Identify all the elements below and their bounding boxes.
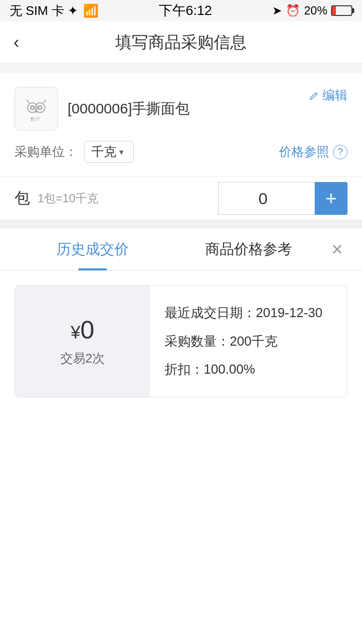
edit-icon (309, 90, 320, 101)
product-section: 数计 [0000006]手撕面包 编辑 采购单位： 千克 ▾ 价格参照 ? (0, 73, 362, 176)
price-currency-symbol: ¥ (71, 322, 81, 342)
quantity-input[interactable] (218, 182, 315, 215)
qty-plus-button[interactable]: + (315, 182, 348, 215)
price-ref-help-icon: ? (333, 145, 348, 159)
product-unit-row: 采购单位： 千克 ▾ 价格参照 ? (14, 141, 348, 163)
status-right: ➤ ⏰ 20% (272, 4, 352, 17)
qty-hint: 1包=10千克 (38, 191, 98, 206)
unit-value: 千克 (91, 143, 116, 160)
status-bar: 无 SIM 卡 ✦ 📶 下午6:12 ➤ ⏰ 20% (0, 0, 362, 21)
purchase-qty-row: 采购数量：200千克 (165, 332, 333, 351)
tab-history-price-label: 历史成交价 (56, 239, 129, 259)
location-icon: ➤ (272, 4, 282, 17)
unit-label: 采购单位： (14, 143, 77, 160)
discount-value: 100.00% (204, 362, 255, 377)
tab-product-price-ref-label: 商品价格参考 (205, 239, 292, 259)
price-card-right: 最近成交日期：2019-12-30 采购数量：200千克 折扣：100.00% (150, 286, 347, 397)
price-card: ¥0 交易2次 最近成交日期：2019-12-30 采购数量：200千克 折扣：… (14, 285, 348, 397)
back-button[interactable]: ‹ (14, 32, 19, 53)
discount-label: 折扣： (165, 362, 204, 377)
product-image: 数计 (14, 87, 58, 130)
price-panel: 历史成交价 商品价格参考 × ¥0 交易2次 最近成交日期：2019-12-30… (0, 228, 362, 412)
section-divider (0, 220, 362, 228)
svg-point-4 (31, 107, 33, 109)
purchase-qty-label: 采购数量： (165, 334, 230, 349)
battery-icon (331, 5, 352, 16)
wifi-icon: 📶 (83, 3, 98, 18)
alarm-icon: ⏰ (286, 4, 300, 17)
svg-point-5 (39, 107, 41, 109)
tab-product-price-ref[interactable]: 商品价格参考 (170, 228, 326, 270)
page-background (0, 412, 362, 644)
edit-label: 编辑 (322, 87, 348, 104)
recent-date-row: 最近成交日期：2019-12-30 (165, 303, 333, 323)
discount-row: 折扣：100.00% (165, 360, 333, 379)
recent-date-label: 最近成交日期： (165, 306, 256, 320)
status-left: 无 SIM 卡 ✦ 📶 (10, 2, 98, 19)
price-amount: ¥0 (71, 315, 95, 344)
price-trades: 交易2次 (60, 350, 105, 367)
product-name: [0000006]手撕面包 (68, 99, 190, 119)
svg-line-7 (27, 100, 29, 103)
qty-unit: 包 (14, 188, 30, 209)
recent-date-value: 2019-12-30 (256, 306, 322, 320)
close-panel-button[interactable]: × (327, 238, 348, 260)
price-tabs: 历史成交价 商品价格参考 × (0, 228, 362, 271)
svg-line-8 (43, 100, 46, 103)
price-ref-button[interactable]: 价格参照 ? (279, 143, 348, 160)
unit-select[interactable]: 千克 ▾ (84, 141, 134, 163)
nav-bar: ‹ 填写商品采购信息 (0, 21, 362, 64)
price-card-area: ¥0 交易2次 最近成交日期：2019-12-30 采购数量：200千克 折扣：… (0, 271, 362, 412)
quantity-label: 包 1包=10千克 (14, 188, 98, 209)
edit-button[interactable]: 编辑 (309, 87, 348, 104)
sim-label: 无 SIM 卡 ✦ (10, 2, 78, 19)
price-value: 0 (81, 316, 95, 344)
svg-text:数计: 数计 (30, 116, 40, 122)
owl-svg-icon: 数计 (22, 94, 51, 123)
price-ref-label: 价格参照 (279, 143, 329, 160)
price-card-left: ¥0 交易2次 (15, 286, 150, 397)
status-time: 下午6:12 (159, 1, 212, 20)
product-header: 数计 [0000006]手撕面包 编辑 (14, 87, 348, 130)
unit-left: 采购单位： 千克 ▾ (14, 141, 134, 163)
dropdown-arrow-icon: ▾ (119, 147, 124, 157)
tab-history-price[interactable]: 历史成交价 (14, 228, 170, 270)
product-left: 数计 [0000006]手撕面包 (14, 87, 190, 130)
battery-percent: 20% (304, 4, 327, 17)
quantity-input-group: + (218, 182, 348, 215)
quantity-section: 包 1包=10千克 + (0, 177, 362, 220)
page-title: 填写商品采购信息 (115, 31, 247, 54)
purchase-qty-value: 200千克 (230, 334, 278, 349)
